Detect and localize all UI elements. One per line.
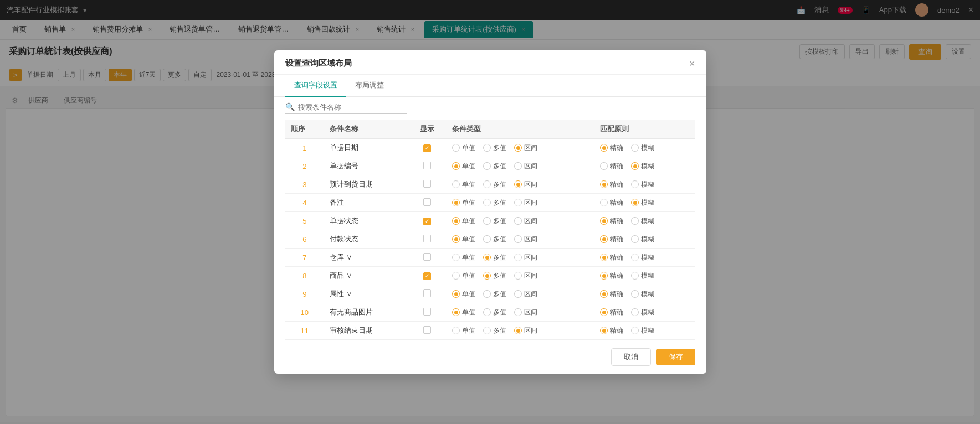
radio-exact[interactable]: 精确 — [600, 326, 623, 335]
radio-single[interactable]: 单值 — [452, 180, 475, 189]
radio-exact-dot — [600, 290, 608, 298]
radio-range[interactable]: 区间 — [514, 271, 537, 281]
radio-range[interactable]: 区间 — [514, 235, 537, 244]
radio-exact[interactable]: 精确 — [600, 289, 623, 299]
radio-range[interactable]: 区间 — [514, 308, 537, 317]
table-row: 6付款状态 单值 多值 区间 精确 模糊 — [285, 230, 695, 249]
radio-single[interactable]: 单值 — [452, 308, 475, 317]
modal-overlay: 设置查询区域布局 × 查询字段设置 布局调整 🔍 顺序 条件名称 显示 — [0, 0, 980, 422]
radio-fuzzy[interactable]: 模糊 — [631, 271, 654, 281]
radio-fuzzy[interactable]: 模糊 — [631, 253, 654, 262]
display-checkbox[interactable] — [423, 235, 431, 242]
radio-single[interactable]: 单值 — [452, 216, 475, 226]
radio-range[interactable]: 区间 — [514, 180, 537, 189]
radio-single[interactable]: 单值 — [452, 271, 475, 281]
radio-multi[interactable]: 多值 — [483, 271, 506, 281]
radio-exact[interactable]: 精确 — [600, 198, 623, 208]
row-display-cell — [408, 230, 447, 249]
radio-range[interactable]: 区间 — [514, 143, 537, 153]
display-checkbox[interactable] — [423, 198, 431, 206]
radio-multi[interactable]: 多值 — [483, 216, 506, 226]
row-order: 5 — [285, 212, 325, 230]
radio-range[interactable]: 区间 — [514, 326, 537, 335]
radio-fuzzy-dot — [631, 235, 639, 243]
radio-multi[interactable]: 多值 — [483, 289, 506, 299]
radio-fuzzy-dot — [631, 199, 639, 206]
radio-single-dot — [452, 199, 460, 206]
row-display-cell — [408, 322, 447, 340]
row-condition-type: 单值 多值 区间 — [447, 194, 594, 212]
row-condition-name: 商品 ∨ — [324, 267, 407, 285]
radio-range-label: 区间 — [524, 326, 537, 335]
radio-range[interactable]: 区间 — [514, 289, 537, 299]
radio-range-dot — [514, 308, 522, 316]
radio-exact[interactable]: 精确 — [600, 143, 623, 153]
radio-exact[interactable]: 精确 — [600, 271, 623, 281]
settings-dialog: 设置查询区域布局 × 查询字段设置 布局调整 🔍 顺序 条件名称 显示 — [274, 50, 706, 374]
radio-fuzzy[interactable]: 模糊 — [631, 180, 654, 189]
radio-single[interactable]: 单值 — [452, 326, 475, 335]
radio-fuzzy[interactable]: 模糊 — [631, 216, 654, 226]
radio-multi-label: 多值 — [493, 308, 506, 317]
radio-fuzzy[interactable]: 模糊 — [631, 198, 654, 208]
search-input[interactable] — [298, 103, 398, 111]
radio-single-dot — [452, 217, 460, 225]
radio-multi[interactable]: 多值 — [483, 253, 506, 262]
radio-multi[interactable]: 多值 — [483, 143, 506, 153]
radio-multi[interactable]: 多值 — [483, 162, 506, 171]
radio-range[interactable]: 区间 — [514, 198, 537, 208]
cancel-button[interactable]: 取消 — [611, 348, 651, 366]
radio-fuzzy[interactable]: 模糊 — [631, 235, 654, 244]
radio-single[interactable]: 单值 — [452, 198, 475, 208]
radio-fuzzy[interactable]: 模糊 — [631, 289, 654, 299]
dialog-tab-query-fields[interactable]: 查询字段设置 — [285, 75, 346, 97]
save-button[interactable]: 保存 — [656, 349, 695, 365]
row-condition-type: 单值 多值 区间 — [447, 157, 594, 175]
radio-fuzzy[interactable]: 模糊 — [631, 162, 654, 171]
radio-range[interactable]: 区间 — [514, 253, 537, 262]
radio-exact[interactable]: 精确 — [600, 162, 623, 171]
radio-single-label: 单值 — [462, 180, 475, 189]
radio-single[interactable]: 单值 — [452, 235, 475, 244]
radio-exact[interactable]: 精确 — [600, 235, 623, 244]
radio-multi[interactable]: 多值 — [483, 235, 506, 244]
radio-exact[interactable]: 精确 — [600, 216, 623, 226]
radio-single[interactable]: 单值 — [452, 143, 475, 153]
row-order: 11 — [285, 322, 325, 340]
dialog-close-button[interactable]: × — [689, 59, 695, 69]
radio-fuzzy[interactable]: 模糊 — [631, 308, 654, 317]
radio-single[interactable]: 单值 — [452, 289, 475, 299]
radio-fuzzy[interactable]: 模糊 — [631, 326, 654, 335]
radio-single[interactable]: 单值 — [452, 253, 475, 262]
row-condition-type: 单值 多值 区间 — [447, 322, 594, 340]
radio-exact[interactable]: 精确 — [600, 180, 623, 189]
radio-range-label: 区间 — [524, 289, 537, 299]
radio-multi[interactable]: 多值 — [483, 198, 506, 208]
radio-multi-label: 多值 — [493, 180, 506, 189]
display-checkbox[interactable] — [423, 289, 431, 297]
radio-multi-dot — [483, 235, 491, 243]
radio-single-label: 单值 — [462, 308, 475, 317]
display-checkbox[interactable] — [423, 253, 431, 261]
radio-range[interactable]: 区间 — [514, 216, 537, 226]
table-row: 2单据编号 单值 多值 区间 精确 模糊 — [285, 157, 695, 175]
radio-exact[interactable]: 精确 — [600, 308, 623, 317]
radio-multi[interactable]: 多值 — [483, 308, 506, 317]
radio-range[interactable]: 区间 — [514, 162, 537, 171]
radio-exact-dot — [600, 235, 608, 243]
radio-range-label: 区间 — [524, 253, 537, 262]
radio-multi[interactable]: 多值 — [483, 326, 506, 335]
radio-multi[interactable]: 多值 — [483, 180, 506, 189]
radio-exact[interactable]: 精确 — [600, 253, 623, 262]
dialog-tab-layout[interactable]: 布局调整 — [346, 75, 393, 97]
display-checkbox[interactable] — [423, 144, 431, 152]
display-checkbox[interactable] — [423, 180, 431, 188]
radio-exact-label: 精确 — [610, 271, 623, 281]
display-checkbox[interactable] — [423, 218, 431, 225]
display-checkbox[interactable] — [423, 308, 431, 316]
radio-fuzzy[interactable]: 模糊 — [631, 143, 654, 153]
radio-single[interactable]: 单值 — [452, 162, 475, 171]
display-checkbox[interactable] — [423, 162, 431, 169]
display-checkbox[interactable] — [423, 326, 431, 334]
display-checkbox[interactable] — [423, 272, 431, 280]
